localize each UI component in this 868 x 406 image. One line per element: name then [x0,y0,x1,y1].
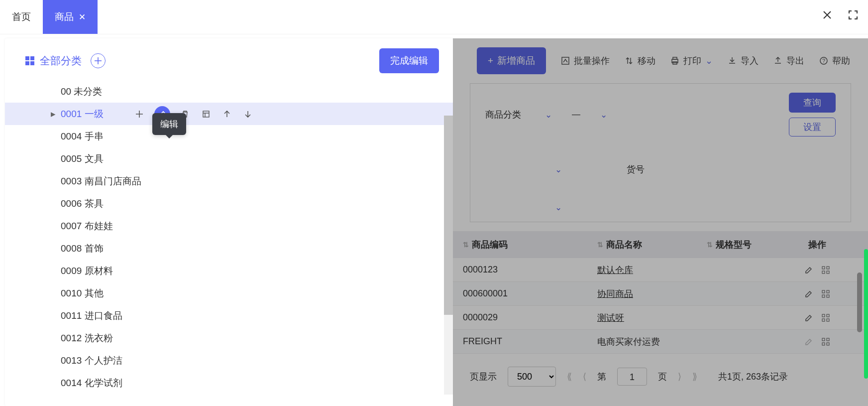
table-row[interactable]: 0000123 默认仓库 [453,258,868,282]
svg-rect-20 [827,314,829,317]
svg-rect-19 [822,314,825,317]
product-link[interactable]: 默认仓库 [597,265,633,275]
import-button[interactable]: 导入 [728,55,759,67]
toolbar: + 新增商品 批量操作 移动 打印 ⌄ 导入 [453,38,868,83]
svg-rect-12 [827,267,829,269]
table-row[interactable]: 0000029 测试呀 [453,306,868,330]
category-list: 00 未分类 ▸ 0001 一级 0004 手串 0005 文具 0003 南昌… [5,80,453,406]
svg-rect-2 [25,61,29,65]
category-item[interactable]: 0013 个人护洁 [5,349,453,372]
row-edit-icon[interactable] [804,289,813,298]
table-row[interactable]: FREIGHT 电商买家付运费 [453,330,868,354]
tab-home[interactable]: 首页 [0,0,43,34]
svg-rect-21 [822,319,825,321]
row-edit-icon[interactable] [804,313,813,322]
tab-bar: 首页 商品 ✕ [0,0,868,34]
all-categories-label[interactable]: 全部分类 [40,54,82,68]
window-scrollbar-thumb[interactable] [864,249,868,379]
page-input[interactable]: 1 [617,368,647,386]
chevron-down-icon[interactable]: ⌄ [555,202,562,213]
pager-first-icon[interactable]: ⟪ [567,371,572,382]
query-button[interactable]: 查询 [789,93,836,113]
add-category-button[interactable] [91,53,106,68]
pager-summary: 共1页, 263条记录 [718,371,788,383]
batch-button[interactable]: 批量操作 [561,55,610,67]
help-button[interactable]: ? 帮助 [819,55,850,67]
category-item[interactable]: 0004 手串 [5,125,453,147]
svg-rect-11 [822,267,825,269]
close-all-icon[interactable] [817,5,837,25]
svg-rect-18 [827,295,829,297]
svg-rect-22 [827,319,829,321]
fullscreen-icon[interactable] [843,5,863,25]
batch-icon [561,56,570,65]
chevron-down-icon[interactable]: ⌄ [545,110,552,120]
svg-rect-16 [827,290,829,293]
svg-rect-25 [822,343,825,345]
filter-category-label: 商品分类 [485,109,525,121]
chevron-down-icon[interactable]: ⌄ [600,110,607,120]
product-link[interactable]: 协同商品 [597,289,633,299]
category-item[interactable]: 0012 洗衣粉 [5,327,453,349]
plus-icon: + [488,55,493,66]
help-icon: ? [819,56,828,65]
category-item[interactable]: 0007 布娃娃 [5,215,453,237]
products-table: ⇅商品编码 ⇅商品名称 ⇅规格型号 操作 0000123 默认仓库 000600… [453,231,868,354]
close-icon[interactable]: ✕ [79,12,86,22]
pager-last-icon[interactable]: ⟫ [692,371,697,382]
sort-icon[interactable]: ⇅ [463,241,469,249]
svg-rect-14 [827,271,829,273]
category-item[interactable]: 0005 文具 [5,147,453,170]
row-more-icon[interactable] [821,313,830,322]
svg-rect-26 [827,343,829,345]
edit-tooltip: 编辑 [152,113,186,135]
filter-panel: 商品分类 ⌄ — ⌄ 查询 设置 ⌄ 货号 ⌄ [470,83,851,222]
export-button[interactable]: 导出 [773,55,804,67]
svg-rect-3 [30,61,34,65]
move-down-icon[interactable] [242,108,254,120]
chevron-down-icon[interactable]: ⌄ [555,164,562,175]
row-more-icon[interactable] [821,266,830,274]
tab-products[interactable]: 商品 ✕ [43,0,98,34]
sort-icon[interactable]: ⇅ [707,241,713,249]
new-product-button[interactable]: + 新增商品 [477,47,546,74]
finish-edit-button[interactable]: 完成编辑 [379,48,439,73]
move-up-icon[interactable] [221,108,233,120]
chevron-down-icon: ⌄ [705,55,713,66]
category-item[interactable]: 00 未分类 [5,80,453,103]
row-more-icon[interactable] [821,289,830,298]
move-icon [625,56,634,65]
category-item[interactable]: 0008 首饰 [5,237,453,260]
category-item[interactable]: 0009 原材料 [5,260,453,282]
print-button[interactable]: 打印 ⌄ [670,55,713,67]
table-scrollbar-thumb[interactable] [857,272,862,332]
caret-right-icon: ▸ [51,108,56,120]
merge-icon[interactable] [200,108,212,120]
export-icon [773,56,782,65]
category-item[interactable]: 0003 南昌门店商品 [5,170,453,192]
row-more-icon[interactable] [821,337,830,346]
svg-rect-5 [562,57,569,64]
category-item[interactable]: 0011 进口食品 [5,304,453,327]
settings-button[interactable]: 设置 [789,118,836,136]
svg-rect-7 [673,57,677,59]
table-row[interactable]: 000600001 协同商品 [453,282,868,306]
svg-rect-1 [30,56,34,60]
pager-prev-icon[interactable]: ⟨ [583,371,586,382]
category-item[interactable]: 0014 化学试剂 [5,372,453,394]
category-item[interactable]: 0010 其他 [5,282,453,304]
pager-next-icon[interactable]: ⟩ [678,371,681,382]
sort-icon[interactable]: ⇅ [597,241,603,249]
svg-rect-23 [822,338,825,341]
svg-rect-15 [822,290,825,293]
add-child-icon[interactable] [133,108,145,120]
move-button[interactable]: 移动 [625,55,655,67]
svg-rect-17 [822,295,825,297]
svg-text:?: ? [822,58,825,64]
scrollbar-thumb[interactable] [444,116,453,315]
category-item-selected[interactable]: ▸ 0001 一级 [5,103,453,125]
product-link[interactable]: 测试呀 [597,313,624,323]
row-edit-icon[interactable] [804,266,813,274]
page-size-select[interactable]: 500 [508,367,556,387]
category-item[interactable]: 0006 茶具 [5,192,453,215]
